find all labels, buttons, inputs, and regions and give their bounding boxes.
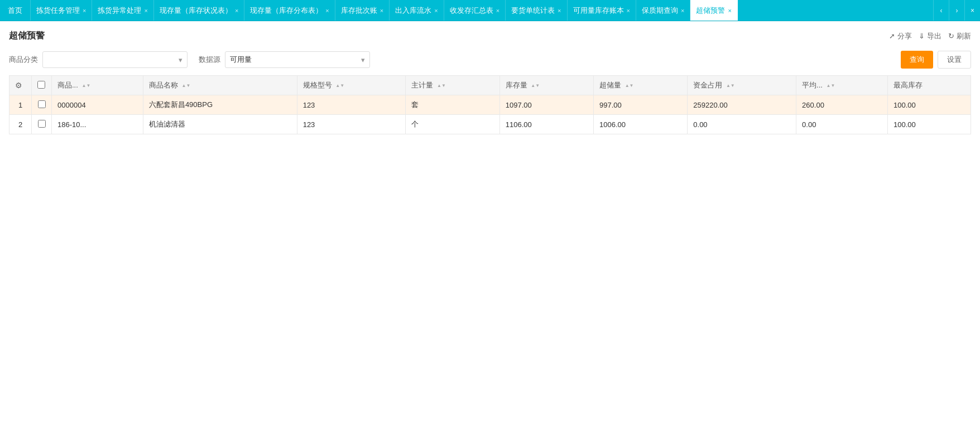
category-select[interactable]: ▾	[42, 51, 188, 68]
table-row: 2 186-10... 机油滤清器 123 个 1106.00 1006.00 …	[9, 115, 971, 134]
th-capital: 资金占用 ▲▼	[688, 76, 796, 95]
query-button[interactable]: 查询	[901, 51, 933, 69]
page-content: 超储预警 ➚ 分享 ⇓ 导出 ↻ 刷新 商品分类 ▾ 数据源	[0, 21, 980, 446]
close-tab-10[interactable]: ×	[728, 7, 731, 14]
filter-bar: 商品分类 ▾ 数据源 可用量 ▾ 查询 设置	[9, 51, 971, 69]
row-unit-1: 个	[406, 115, 499, 134]
sort-stock-icon[interactable]: ▲▼	[531, 84, 540, 88]
sort-capital-icon[interactable]: ▲▼	[726, 84, 735, 88]
row-num-0: 1	[9, 95, 32, 115]
page-actions: ➚ 分享 ⇓ 导出 ↻ 刷新	[889, 31, 971, 41]
table-row: 1 0000004 六配套新昌490BPG 123 套 1097.00 997.…	[9, 95, 971, 115]
row-stock-0: 1097.00	[499, 95, 593, 115]
datasource-select[interactable]: 可用量 ▾	[225, 51, 370, 68]
th-unit: 主计量 ▲▼	[406, 76, 499, 95]
category-filter-label: 商品分类	[9, 55, 38, 65]
row-max-stock-1: 100.00	[887, 115, 971, 134]
row-product-code-1: 186-10...	[52, 115, 143, 134]
settings-button[interactable]: 设置	[938, 51, 971, 69]
filter-actions: 查询 设置	[901, 51, 971, 69]
th-avg: 平均... ▲▼	[796, 76, 888, 95]
share-button[interactable]: ➚ 分享	[889, 31, 912, 41]
th-overstock: 超储量 ▲▼	[594, 76, 688, 95]
th-spec: 规格型号 ▲▼	[297, 76, 406, 95]
export-button[interactable]: ⇓ 导出	[919, 31, 941, 41]
th-settings: ⚙	[9, 76, 32, 95]
share-icon: ➚	[889, 32, 895, 40]
row-unit-0: 套	[406, 95, 499, 115]
refresh-button[interactable]: ↻ 刷新	[948, 31, 971, 41]
row-checkbox-cell-1	[32, 115, 52, 134]
row-product-name-0: 六配套新昌490BPG	[143, 95, 297, 115]
close-tab-4[interactable]: ×	[380, 7, 383, 14]
row-checkbox-cell-0	[32, 95, 52, 115]
nav-prev-button[interactable]: ‹	[933, 0, 949, 21]
nav-tab-9[interactable]: 保质期查询 ×	[636, 0, 690, 21]
nav-tab-7[interactable]: 要货单统计表 ×	[506, 0, 567, 21]
row-max-stock-0: 100.00	[887, 95, 971, 115]
close-tab-0[interactable]: ×	[83, 7, 86, 14]
nav-tab-4[interactable]: 库存批次账 ×	[335, 0, 390, 21]
nav-tab-8[interactable]: 可用量库存账本 ×	[568, 0, 636, 21]
row-spec-1: 123	[297, 115, 406, 134]
sort-avg-icon[interactable]: ▲▼	[827, 84, 835, 88]
category-filter-item: 商品分类 ▾	[9, 51, 188, 68]
page-title: 超储预警	[9, 30, 45, 42]
sort-product-code-icon[interactable]: ▲▼	[81, 84, 90, 88]
page-header: 超储预警 ➚ 分享 ⇓ 导出 ↻ 刷新	[9, 30, 971, 42]
data-table: ⚙ 商品... ▲▼ 商品名称 ▲▼ 规格型号 ▲▼ 主计	[9, 75, 971, 134]
close-tab-2[interactable]: ×	[235, 7, 238, 14]
row-stock-1: 1106.00	[499, 115, 593, 134]
sort-overstock-icon[interactable]: ▲▼	[625, 84, 634, 88]
close-tab-3[interactable]: ×	[325, 7, 329, 14]
row-overstock-1: 1006.00	[594, 115, 688, 134]
close-tab-9[interactable]: ×	[681, 7, 684, 14]
row-avg-1: 0.00	[796, 115, 888, 134]
datasource-filter-item: 数据源 可用量 ▾	[199, 51, 370, 68]
nav-arrows-group: ‹ › ×	[933, 0, 980, 21]
row-capital-0: 259220.00	[688, 95, 796, 115]
th-checkbox	[32, 76, 52, 95]
top-navigation: 首页 拣货任务管理 × 拣货异常处理 × 现存量（库存状况表） × 现存量（库存…	[0, 0, 980, 21]
close-tab-5[interactable]: ×	[434, 7, 438, 14]
datasource-filter-label: 数据源	[199, 55, 220, 65]
nav-close-all-button[interactable]: ×	[964, 0, 980, 21]
close-tab-8[interactable]: ×	[627, 7, 630, 14]
nav-home[interactable]: 首页	[0, 0, 31, 21]
nav-tab-10[interactable]: 超储预警 ×	[690, 0, 737, 21]
nav-next-button[interactable]: ›	[949, 0, 964, 21]
select-all-checkbox[interactable]	[37, 81, 45, 89]
row-product-code-0: 0000004	[52, 95, 143, 115]
category-chevron-icon: ▾	[179, 56, 182, 64]
th-product-code: 商品... ▲▼	[52, 76, 143, 95]
refresh-icon: ↻	[948, 32, 954, 40]
row-checkbox-0[interactable]	[38, 100, 46, 108]
row-num-1: 2	[9, 115, 32, 134]
datasource-select-value: 可用量	[230, 55, 252, 65]
nav-tab-0[interactable]: 拣货任务管理 ×	[31, 0, 92, 21]
close-tab-1[interactable]: ×	[144, 7, 147, 14]
sort-unit-icon[interactable]: ▲▼	[437, 84, 446, 88]
row-checkbox-1[interactable]	[38, 120, 46, 128]
nav-tab-1[interactable]: 拣货异常处理 ×	[92, 0, 153, 21]
nav-tab-6[interactable]: 收发存汇总表 ×	[444, 0, 506, 21]
column-settings-icon[interactable]: ⚙	[15, 81, 22, 90]
close-tab-7[interactable]: ×	[558, 7, 561, 14]
close-tab-6[interactable]: ×	[496, 7, 499, 14]
table-header-row: ⚙ 商品... ▲▼ 商品名称 ▲▼ 规格型号 ▲▼ 主计	[9, 76, 971, 95]
nav-tab-3[interactable]: 现存量（库存分布表） ×	[244, 0, 335, 21]
row-product-name-1: 机油滤清器	[143, 115, 297, 134]
nav-tab-2[interactable]: 现存量（库存状况表） ×	[154, 0, 244, 21]
datasource-chevron-icon: ▾	[361, 56, 365, 64]
row-overstock-0: 997.00	[594, 95, 688, 115]
row-capital-1: 0.00	[688, 115, 796, 134]
nav-tab-5[interactable]: 出入库流水 ×	[390, 0, 444, 21]
sort-spec-icon[interactable]: ▲▼	[335, 84, 344, 88]
row-spec-0: 123	[297, 95, 406, 115]
th-max-stock: 最高库存	[887, 76, 971, 95]
sort-product-name-icon[interactable]: ▲▼	[182, 84, 191, 88]
th-stock: 库存量 ▲▼	[499, 76, 593, 95]
th-product-name: 商品名称 ▲▼	[143, 76, 297, 95]
export-icon: ⇓	[919, 32, 925, 40]
row-avg-0: 260.00	[796, 95, 888, 115]
